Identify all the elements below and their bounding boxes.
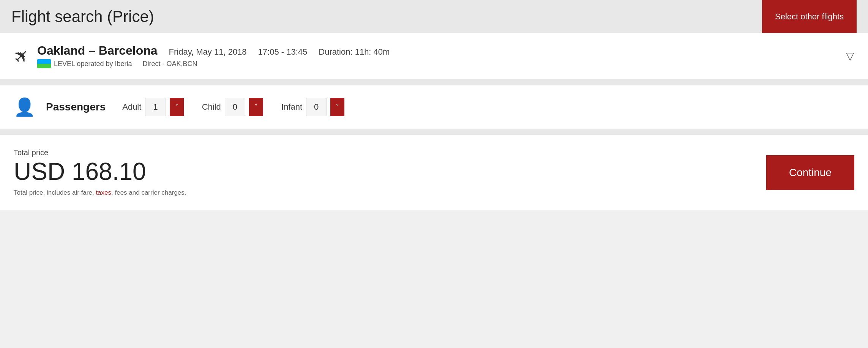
continue-button[interactable]: Continue: [766, 155, 854, 190]
price-note-before: Total price, includes air fare,: [14, 189, 96, 196]
price-left: Total price USD 168.10 Total price, incl…: [14, 148, 186, 197]
flight-time: 17:05 - 13:45: [258, 47, 308, 57]
adult-label: Adult: [122, 102, 141, 112]
adult-count: 1: [145, 98, 166, 116]
child-dropdown-button[interactable]: ˅: [249, 98, 263, 116]
flight-details: Oakland – Barcelona Friday, May 11, 2018…: [37, 44, 390, 68]
adult-dropdown-button[interactable]: ˅: [170, 98, 184, 116]
flight-info-section: ✈ Oakland – Barcelona Friday, May 11, 20…: [0, 33, 868, 79]
child-count: 0: [225, 98, 245, 116]
flight-left: ✈ Oakland – Barcelona Friday, May 11, 20…: [14, 44, 390, 68]
infant-dropdown-button[interactable]: ˅: [330, 98, 344, 116]
flight-expand-chevron[interactable]: ▽: [846, 50, 854, 62]
child-label: Child: [202, 102, 221, 112]
infant-label: Infant: [281, 102, 302, 112]
plane-icon: ✈: [8, 43, 34, 69]
price-section: Total price USD 168.10 Total price, incl…: [0, 135, 868, 210]
child-group: Child 0 ˅: [202, 98, 263, 116]
level-logo: [37, 59, 51, 68]
infant-group: Infant 0 ˅: [281, 98, 344, 116]
flight-duration: Duration: 11h: 40m: [319, 47, 390, 57]
total-price-label: Total price: [14, 148, 186, 157]
person-icon: 👤: [14, 97, 35, 117]
adult-group: Adult 1 ˅: [122, 98, 183, 116]
flight-route: Oakland – Barcelona: [37, 44, 158, 58]
airline-name: LEVEL operated by Iberia: [54, 60, 132, 68]
header: Flight search (Price) Select other fligh…: [0, 0, 868, 33]
flight-date: Friday, May 11, 2018: [169, 47, 247, 57]
separator-2: [0, 129, 868, 135]
separator-1: [0, 79, 868, 85]
price-note: Total price, includes air fare, taxes, f…: [14, 189, 186, 197]
infant-count: 0: [306, 98, 327, 116]
flight-airline-row: LEVEL operated by Iberia Direct - OAK,BC…: [37, 59, 390, 68]
passengers-label: Passengers: [46, 101, 106, 113]
select-other-flights-button[interactable]: Select other flights: [762, 0, 857, 33]
passengers-section: 👤 Passengers Adult 1 ˅ Child 0 ˅ Infant …: [0, 85, 868, 129]
taxes-link[interactable]: taxes: [96, 189, 111, 196]
flight-meta-row: Oakland – Barcelona Friday, May 11, 2018…: [37, 44, 390, 58]
price-note-after: , fees and carrier charges.: [111, 189, 186, 196]
total-price-value: USD 168.10: [14, 159, 186, 184]
flight-route-code: Direct - OAK,BCN: [142, 60, 197, 68]
page-title: Flight search (Price): [11, 8, 154, 26]
